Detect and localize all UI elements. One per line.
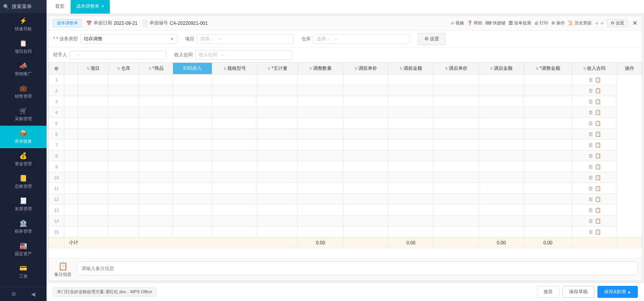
cell-6-4[interactable] [173,129,212,140]
cell-4-4[interactable] [173,107,212,118]
tab-close-cost-adjust[interactable]: ✕ [101,4,104,9]
cell-2-3[interactable] [139,85,173,96]
cell-13-10[interactable] [433,205,479,216]
cell-6-6[interactable] [257,129,298,140]
cell-1-4[interactable] [173,74,212,85]
cell-4-2[interactable] [109,107,139,118]
cell-8-7[interactable] [298,150,343,161]
remarks-icon-area[interactable]: 📋 备注信息 [53,261,73,277]
cell-3-1[interactable] [78,96,109,107]
cell-14-5[interactable] [212,216,257,227]
cell-3-11[interactable] [479,96,524,107]
copy-icon-3[interactable]: 📋 [595,99,601,104]
cell-11-10[interactable] [433,183,479,194]
cell-4-5[interactable] [212,107,257,118]
cell-2-9[interactable] [388,85,434,96]
delete-icon-1[interactable]: 🗑 [588,77,593,83]
remarks-input[interactable] [77,261,637,275]
close-panel-button[interactable]: ✕ [632,19,637,27]
cell-6-7[interactable] [298,129,343,140]
income-contract-input[interactable]: 收入合同 ··· [195,50,292,60]
cell-10-7[interactable] [298,172,343,183]
cell-5-8[interactable] [343,118,388,129]
cell-10-12[interactable] [524,172,572,183]
cell-11-8[interactable] [343,183,388,194]
cell-2-7[interactable] [298,85,343,96]
cell-2-6[interactable] [257,85,298,96]
cell-9-2[interactable] [109,161,139,172]
sidebar-item-invoice-mgmt[interactable]: 🧾发票管理 [0,193,47,216]
delete-icon-14[interactable]: 🗑 [588,218,593,224]
warehouse-input[interactable]: 选择... ··· [313,34,410,44]
cell-13-0[interactable] [64,205,78,216]
cell-2-1[interactable] [78,85,109,96]
cell-3-5[interactable] [212,96,257,107]
view-action[interactable]: ⊙ 视频 [451,20,464,26]
cell-7-1[interactable] [78,140,109,150]
cell-5-12[interactable] [524,118,572,129]
cell-2-2[interactable] [109,85,139,96]
copy-icon-2[interactable]: 📋 [595,88,601,93]
save-new-button[interactable]: 保存&新增 ▲ [597,286,638,298]
cell-3-8[interactable] [343,96,388,107]
cell-8-2[interactable] [109,150,139,161]
cell-7-10[interactable] [433,140,479,150]
cell-15-3[interactable] [139,227,173,237]
cell-14-1[interactable] [78,216,109,227]
cell-4-7[interactable] [298,107,343,118]
cell-8-4[interactable] [173,150,212,161]
cell-11-11[interactable] [479,183,524,194]
cell-8-3[interactable] [139,150,173,161]
cell-10-1[interactable] [78,172,109,183]
cell-13-5[interactable] [212,205,257,216]
cell-15-1[interactable] [78,227,109,237]
cell-5-5[interactable] [212,118,257,129]
cell-10-9[interactable] [388,172,434,183]
cell-4-11[interactable] [479,107,524,118]
shortcut-action[interactable]: ⌨ 快捷键 [485,20,506,26]
sidebar-item-tax-mgmt[interactable]: 🏦税务管理 [0,216,47,238]
sidebar-item-purchase-mgmt[interactable]: 🛒采购管理 [0,103,47,126]
cell-9-12[interactable] [524,161,572,172]
history-action[interactable]: 📜 历史票据 [568,20,592,26]
cell-5-2[interactable] [109,118,139,129]
cell-4-1[interactable] [78,107,109,118]
cell-7-3[interactable] [139,140,173,150]
cell-4-12[interactable] [524,107,572,118]
cell-9-11[interactable] [479,161,524,172]
delete-icon-11[interactable]: 🗑 [588,185,593,191]
cell-4-9[interactable] [388,107,434,118]
cell-7-7[interactable] [298,140,343,150]
cell-4-6[interactable] [257,107,298,118]
cell-11-0[interactable] [64,183,78,194]
cell-13-2[interactable] [109,205,139,216]
cell-1-10[interactable] [433,74,479,85]
cell-2-10[interactable] [433,85,479,96]
cell-3-6[interactable] [257,96,298,107]
cell-1-0[interactable] [64,74,78,85]
delete-icon-3[interactable]: 🗑 [588,99,593,104]
collapse-icon[interactable]: ◀ [31,291,35,297]
cell-15-7[interactable] [298,227,343,237]
cell-5-11[interactable] [479,118,524,129]
cell-5-7[interactable] [298,118,343,129]
cell-11-6[interactable] [257,183,298,194]
cell-6-9[interactable] [388,129,434,140]
cell-14-4[interactable] [173,216,212,227]
cell-3-3[interactable] [139,96,173,107]
save-draft-button[interactable]: 保存草稿 [563,286,594,298]
cell-1-6[interactable] [257,74,298,85]
cell-13-4[interactable] [173,205,212,216]
cell-2-4[interactable] [173,85,212,96]
cell-13-12[interactable] [524,205,572,216]
cell-15-6[interactable] [257,227,298,237]
cell-7-8[interactable] [343,140,388,150]
cell-3-0[interactable] [64,96,78,107]
cell-5-9[interactable] [388,118,434,129]
cell-5-10[interactable] [433,118,479,129]
cell-8-0[interactable] [64,150,78,161]
cell-9-9[interactable] [388,161,434,172]
sidebar-item-sales-promo[interactable]: 📣营销推广 [0,58,47,81]
copy-icon-14[interactable]: 📋 [595,218,601,224]
cell-3-4[interactable] [173,96,212,107]
